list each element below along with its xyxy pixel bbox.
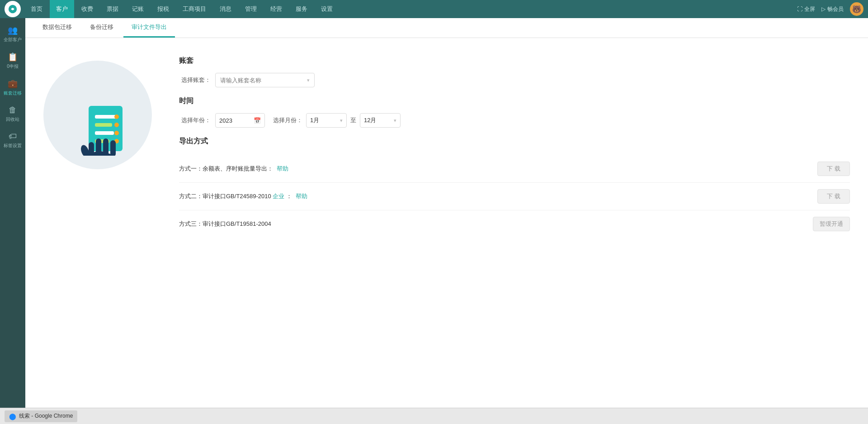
nav-home[interactable]: 首页 <box>24 0 49 18</box>
svg-rect-2 <box>95 115 117 119</box>
nav-manage[interactable]: 管理 <box>239 0 263 18</box>
tab-backup-migration[interactable]: 备份迁移 <box>82 18 122 38</box>
year-value: 2023 <box>219 117 232 124</box>
tab-data-migration[interactable]: 数据包迁移 <box>34 18 80 38</box>
month-end-value: 12月 <box>364 116 376 124</box>
sidebar-item-label-all-clients: 全部客户 <box>4 37 22 43</box>
illustration-area <box>43 52 152 394</box>
taskbar-chrome-item[interactable]: ⬤ 线索 - Google Chrome <box>5 410 77 422</box>
month-end-input[interactable]: 12月 ▾ <box>360 113 401 128</box>
sidebar-item-label-tags: 标签设置 <box>4 143 22 149</box>
nav-right: ⛶ 全屏 ▷ 畅会员 🐻 <box>797 2 863 16</box>
nav-message[interactable]: 消息 <box>213 0 238 18</box>
main-layout: 👥 全部客户 📋 0申报 💼 账套迁移 🗑 回收站 🏷 标签设置 数据包迁移 备… <box>0 18 868 408</box>
time-inputs: 2023 📅 选择月份： 1月 ▾ 至 12月 ▾ <box>215 113 401 128</box>
nav-tax[interactable]: 报税 <box>151 0 175 18</box>
svg-point-8 <box>114 131 119 135</box>
year-label: 选择年份： <box>179 116 211 124</box>
method-1-help-link[interactable]: 帮助 <box>277 165 288 172</box>
sidebar-item-label-migration: 账套迁移 <box>4 90 22 96</box>
export-method-3: 方式三：审计接口GB/T19581-2004 暂缓开通 <box>179 210 850 238</box>
form-area: 账套 选择账套： ▾ 时间 选择年份： 2023 📅 <box>179 52 850 394</box>
method-1-download-button[interactable]: 下 载 <box>817 162 850 176</box>
sidebar-item-recycle[interactable]: 🗑 回收站 <box>0 102 25 126</box>
method-3-label: 方式三：审计接口GB/T19581-2004 <box>179 220 271 228</box>
app-logo[interactable] <box>5 1 21 17</box>
sub-tabs: 数据包迁移 备份迁移 审计文件导出 <box>25 18 868 38</box>
sidebar-item-all-clients[interactable]: 👥 全部客户 <box>0 22 25 47</box>
month-start-dropdown-icon: ▾ <box>340 118 343 124</box>
method-2-company-link[interactable]: 企业 <box>273 193 284 200</box>
svg-rect-14 <box>103 138 108 156</box>
tab-audit-export[interactable]: 审计文件导出 <box>123 18 175 38</box>
method-2-download-button[interactable]: 下 载 <box>817 189 850 204</box>
method-3-text: 方式三：审计接口GB/T19581-2004 <box>179 220 271 227</box>
nav-items: 首页 客户 收费 票据 记账 报税 工商项目 消息 管理 经营 服务 设置 <box>24 0 797 18</box>
month-end-dropdown-icon: ▾ <box>394 118 396 124</box>
tag-icon: 🏷 <box>9 132 17 141</box>
nav-settings[interactable]: 设置 <box>315 0 339 18</box>
method-2-text: 方式二：审计接口GB/T24589-2010 <box>179 193 271 200</box>
illustration-circle <box>43 61 152 169</box>
fullscreen-label: 全屏 <box>804 5 815 13</box>
svg-rect-3 <box>95 123 112 127</box>
nav-bookkeeping[interactable]: 记账 <box>126 0 150 18</box>
year-input[interactable]: 2023 📅 <box>215 113 265 128</box>
nav-business[interactable]: 工商项目 <box>176 0 212 18</box>
method-1-label: 方式一：余额表、序时账批量导出： 帮助 <box>179 165 288 173</box>
account-set-label: 选择账套： <box>179 76 211 84</box>
svg-point-6 <box>114 114 119 119</box>
sidebar-item-label-recycle: 回收站 <box>6 116 19 123</box>
calendar-icon: 📅 <box>254 117 261 124</box>
chrome-icon: ⬤ <box>9 413 16 420</box>
time-title: 时间 <box>179 96 850 106</box>
account-set-dropdown-icon: ▾ <box>307 77 310 83</box>
export-method-2: 方式二：审计接口GB/T24589-2010 企业 ： 帮助 下 载 <box>179 183 850 210</box>
account-set-row: 选择账套： ▾ <box>179 73 850 87</box>
nav-invoice[interactable]: 票据 <box>100 0 125 18</box>
account-migration-icon: 💼 <box>8 79 18 89</box>
export-method-1: 方式一：余额表、序时账批量导出： 帮助 下 载 <box>179 155 850 183</box>
nav-client[interactable]: 客户 <box>50 0 74 18</box>
svg-rect-4 <box>95 131 114 135</box>
all-clients-icon: 👥 <box>8 25 18 35</box>
fullscreen-button[interactable]: ⛶ 全屏 <box>797 5 815 13</box>
to-text: 至 <box>350 116 356 124</box>
account-set-title: 账套 <box>179 56 850 66</box>
zero-decl-icon: 📋 <box>8 52 18 62</box>
taskbar: ⬤ 线索 - Google Chrome <box>0 408 868 424</box>
svg-rect-12 <box>89 142 94 156</box>
sidebar-item-zero-declaration[interactable]: 📋 0申报 <box>0 48 25 73</box>
method-2-help-link[interactable]: 帮助 <box>296 193 307 200</box>
nav-operation[interactable]: 经营 <box>264 0 288 18</box>
export-methods: 方式一：余额表、序时账批量导出： 帮助 下 载 方式二：审计接口GB/T2458… <box>179 155 850 238</box>
month-start-value: 1月 <box>310 116 319 124</box>
left-sidebar: 👥 全部客户 📋 0申报 💼 账套迁移 🗑 回收站 🏷 标签设置 <box>0 18 25 408</box>
svg-rect-15 <box>110 140 116 156</box>
method-3-open-button[interactable]: 暂缓开通 <box>813 217 850 231</box>
sidebar-item-account-migration[interactable]: 💼 账套迁移 <box>0 75 25 100</box>
nav-charge[interactable]: 收费 <box>75 0 99 18</box>
account-set-text-input[interactable] <box>220 77 304 84</box>
account-set-input[interactable]: ▾ <box>215 73 315 87</box>
recycle-icon: 🗑 <box>9 105 17 115</box>
svg-point-7 <box>114 123 119 127</box>
audit-illustration <box>61 74 134 156</box>
month-start-input[interactable]: 1月 ▾ <box>306 113 347 128</box>
top-navigation: 首页 客户 收费 票据 记账 报税 工商项目 消息 管理 经营 服务 设置 ⛶ … <box>0 0 868 18</box>
member-icon: ▷ <box>821 6 826 12</box>
fullscreen-icon: ⛶ <box>797 6 802 12</box>
export-section-title: 导出方式 <box>179 137 850 146</box>
nav-service[interactable]: 服务 <box>289 0 314 18</box>
page-body: 账套 选择账套： ▾ 时间 选择年份： 2023 📅 <box>25 38 868 408</box>
sidebar-item-label-zero-decl: 0申报 <box>7 63 19 70</box>
user-avatar[interactable]: 🐻 <box>850 2 863 16</box>
taskbar-item-label: 线索 - Google Chrome <box>19 412 73 420</box>
method-2-label: 方式二：审计接口GB/T24589-2010 企业 ： 帮助 <box>179 192 307 200</box>
sidebar-item-tag-settings[interactable]: 🏷 标签设置 <box>0 128 25 152</box>
content-area: 数据包迁移 备份迁移 审计文件导出 <box>25 18 868 408</box>
member-label: 畅会员 <box>827 5 844 13</box>
svg-rect-13 <box>96 138 101 156</box>
method-1-text: 方式一：余额表、序时账批量导出： <box>179 165 273 172</box>
member-button[interactable]: ▷ 畅会员 <box>821 5 844 13</box>
